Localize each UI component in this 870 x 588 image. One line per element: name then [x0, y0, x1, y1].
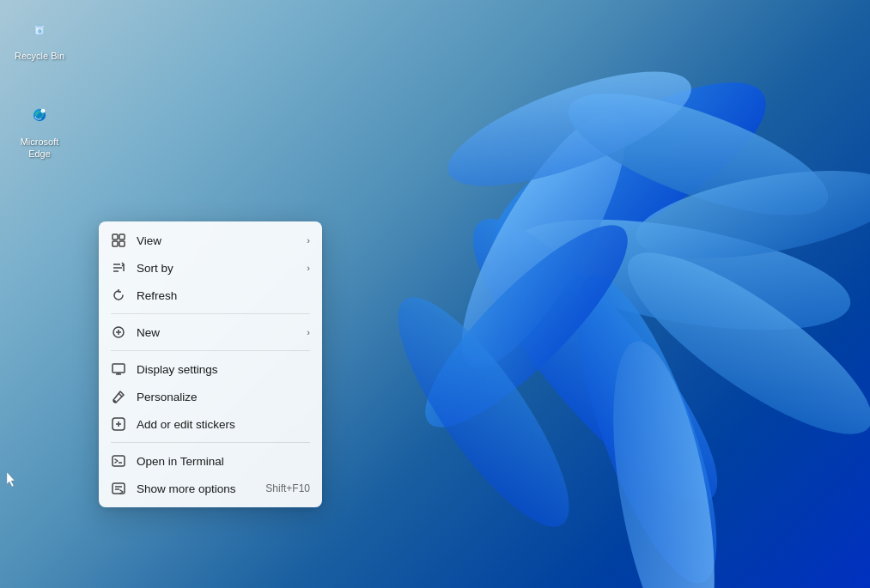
display-icon: [111, 361, 126, 377]
context-menu: View › Sort by ›: [99, 221, 322, 507]
wallpaper-art: [269, 0, 870, 588]
menu-item-view[interactable]: View ›: [99, 227, 322, 254]
separator-1: [111, 313, 310, 314]
refresh-icon: [111, 288, 126, 303]
show-more-options-label: Show more options: [137, 482, 255, 495]
refresh-label: Refresh: [137, 289, 310, 302]
add-edit-stickers-label: Add or edit stickers: [137, 418, 310, 431]
menu-item-new[interactable]: New ›: [99, 318, 322, 346]
separator-3: [111, 442, 310, 443]
svg-rect-30: [113, 364, 125, 373]
svg-rect-22: [119, 241, 125, 246]
svg-rect-19: [113, 234, 118, 239]
display-settings-label: Display settings: [137, 363, 310, 376]
mouse-cursor: [7, 472, 17, 488]
new-arrow: ›: [307, 327, 310, 337]
svg-rect-14: [38, 25, 41, 27]
svg-rect-21: [113, 241, 118, 246]
plus-circle-icon: [111, 324, 126, 340]
svg-point-34: [113, 400, 116, 403]
svg-line-33: [119, 393, 122, 397]
expand-icon: [111, 481, 126, 496]
grid-icon: [111, 233, 126, 248]
menu-item-open-terminal[interactable]: Open in Terminal: [99, 447, 322, 475]
brush-icon: [111, 389, 126, 404]
view-arrow: ›: [307, 235, 310, 246]
recycle-bin-label: Recycle Bin: [15, 50, 64, 62]
open-terminal-label: Open in Terminal: [137, 455, 310, 468]
menu-item-personalize[interactable]: Personalize: [99, 383, 322, 410]
sticker-icon: [111, 416, 126, 432]
menu-item-show-more-options[interactable]: Show more options Shift+F10: [99, 475, 322, 502]
menu-item-sort-by[interactable]: Sort by ›: [99, 254, 322, 282]
menu-item-refresh[interactable]: Refresh: [99, 282, 322, 309]
menu-item-add-edit-stickers[interactable]: Add or edit stickers: [99, 410, 322, 438]
menu-item-display-settings[interactable]: Display settings: [99, 355, 322, 383]
sort-by-label: Sort by: [137, 262, 296, 275]
separator-2: [111, 350, 310, 351]
view-label: View: [137, 234, 296, 247]
recycle-bin-icon[interactable]: ♻ Recycle Bin: [9, 9, 70, 65]
svg-rect-38: [113, 456, 125, 466]
personalize-label: Personalize: [137, 391, 310, 403]
new-label: New: [137, 326, 296, 339]
edge-label: Microsoft Edge: [12, 136, 67, 161]
terminal-icon: [111, 453, 126, 469]
show-more-options-shortcut: Shift+F10: [265, 482, 310, 494]
microsoft-edge-icon[interactable]: ↑ Microsoft Edge: [9, 94, 70, 164]
svg-rect-20: [119, 234, 125, 239]
svg-text:↑: ↑: [42, 110, 44, 113]
recycle-bin-image: ♻: [33, 22, 46, 36]
edge-image: ↑: [33, 108, 46, 122]
desktop: ♻ Recycle Bin: [0, 0, 870, 588]
sort-arrow: ›: [307, 263, 310, 273]
sort-icon: [111, 260, 126, 276]
